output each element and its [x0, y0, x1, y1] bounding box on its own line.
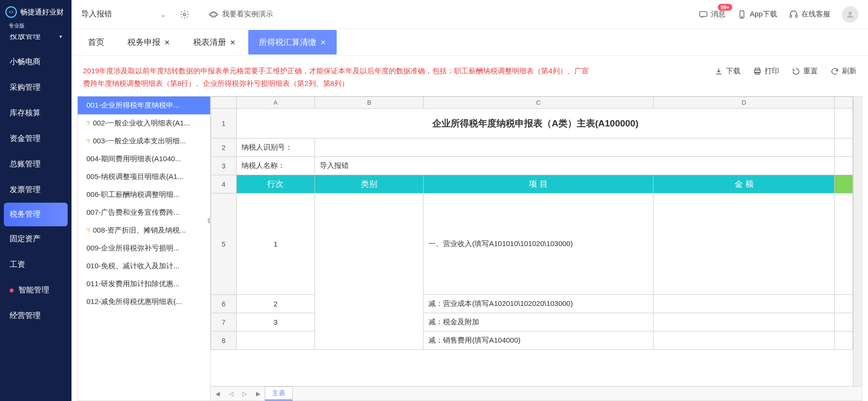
row-header[interactable]: 1	[211, 109, 237, 138]
brand-edition: 专业版	[0, 21, 71, 34]
download-button[interactable]: 下载	[714, 67, 740, 76]
close-icon[interactable]: ✕	[320, 39, 326, 46]
form-item-010[interactable]: 010-免税、减计收入及加计...	[78, 257, 210, 275]
sheet-tab-main[interactable]: 主表	[265, 387, 293, 401]
cell-rownum[interactable]	[236, 332, 315, 350]
cell-item[interactable]: 减：销售费用(填写A104000)	[424, 332, 654, 350]
messages-button[interactable]: 99+ 消息	[698, 10, 726, 19]
sheet-nav-first[interactable]: ◀	[211, 390, 224, 397]
brand-name: 畅捷通好业财	[20, 8, 64, 17]
row-header[interactable]: 7	[211, 313, 237, 332]
row-header[interactable]: 6	[211, 295, 237, 313]
cell-amount[interactable]	[654, 194, 835, 295]
form-item-003[interactable]: ?003-一般企业成本支出明细...	[78, 132, 210, 150]
close-icon[interactable]: ✕	[230, 39, 236, 46]
col-header-b[interactable]: B	[315, 97, 424, 109]
form-item-009[interactable]: 009-企业所得税弥补亏损明...	[78, 239, 210, 257]
nav-item-11[interactable]: 经营管理	[0, 303, 71, 329]
form-item-005[interactable]: 005-纳税调整项目明细表(A1...	[78, 168, 210, 186]
nav-item-1[interactable]: 小畅电商	[0, 49, 71, 75]
col-header-d[interactable]: D	[654, 97, 835, 109]
question-icon: ?	[86, 138, 90, 145]
cell-item[interactable]: 一、营业收入(填写A101010\101020\103000)	[424, 194, 654, 295]
nav-item-4[interactable]: 资金管理	[0, 126, 71, 152]
cell-category[interactable]	[315, 194, 424, 350]
reset-button[interactable]: 重置	[792, 67, 818, 76]
tab-tax-declare[interactable]: 税务申报✕	[117, 30, 181, 55]
print-button[interactable]: 打印	[753, 67, 779, 76]
nav-item-7[interactable]: 税务管理	[4, 203, 68, 226]
close-icon[interactable]: ✕	[164, 39, 170, 46]
sheet-title[interactable]: 企业所得税年度纳税申报表（A类）主表(A100000)	[236, 109, 835, 138]
cell-amount[interactable]	[654, 313, 835, 332]
svg-point-2	[184, 13, 186, 15]
cell-item[interactable]: 减：税金及附加	[424, 313, 654, 332]
taxpayer-name-label[interactable]: 纳税人名称：	[236, 157, 315, 175]
sheet-nav-prev[interactable]: ◁	[224, 390, 238, 397]
row-header[interactable]: 5	[211, 194, 237, 295]
sheet-corner[interactable]	[211, 97, 237, 109]
nav-item-9[interactable]: 工资	[0, 252, 71, 277]
topbar: 导入报错 ⌄ 我要看实例演示 99+ 消息 App下载 在线	[71, 0, 868, 29]
settings-button[interactable]	[180, 10, 189, 19]
col-item[interactable]: 项 目	[424, 175, 654, 194]
vertical-scrollbar[interactable]	[853, 97, 862, 386]
row-header[interactable]: 3	[211, 157, 237, 175]
notice-text: 2019年度涉及取以前年度结转数据的申报表单元格需要手工维护正确，才能保证本年及…	[83, 65, 590, 89]
cell-item[interactable]: 减：营业成本(填写A102010\102020\103000)	[424, 295, 654, 313]
row-header[interactable]: 8	[211, 332, 237, 350]
form-item-006[interactable]: 006-职工薪酬纳税调整明细...	[78, 186, 210, 204]
form-item-008[interactable]: ?008-资产折旧、摊销及纳税...	[78, 221, 210, 239]
cell-rownum[interactable]: 3	[236, 313, 315, 332]
col-rownum[interactable]: 行次	[236, 175, 315, 194]
app-download-button[interactable]: App下载	[737, 10, 777, 19]
tab-home[interactable]: 首页	[77, 30, 115, 55]
question-icon: ?	[86, 120, 90, 127]
org-dropdown[interactable]: 导入报错 ⌄	[81, 9, 166, 19]
demo-link[interactable]: 我要看实例演示	[209, 10, 273, 19]
collapse-handle[interactable]: ⟪	[207, 217, 211, 224]
form-item-001[interactable]: 001-企业所得税年度纳税申...	[78, 97, 210, 114]
col-header-a[interactable]: A	[236, 97, 315, 109]
taxpayer-id-value[interactable]	[315, 138, 835, 157]
refresh-button[interactable]: 刷新	[830, 67, 856, 76]
svg-point-1	[10, 11, 12, 13]
nav-item-2[interactable]: 采购管理	[0, 75, 71, 100]
cell-amount[interactable]	[654, 295, 835, 313]
form-item-004[interactable]: 004-期间费用明细表(A1040...	[78, 150, 210, 168]
form-item-011[interactable]: 011-研发费用加计扣除优惠...	[78, 275, 210, 293]
col-header-extra[interactable]	[835, 97, 853, 109]
nav-item-0[interactable]: 投放管理▾	[0, 34, 71, 49]
col-header-c[interactable]: C	[424, 97, 654, 109]
cell-amount[interactable]	[654, 332, 835, 350]
support-button[interactable]: 在线客服	[789, 10, 830, 19]
sheet-nav-next[interactable]: ▷	[238, 390, 251, 397]
nav-item-6[interactable]: 发票管理	[0, 177, 71, 203]
avatar[interactable]	[842, 6, 858, 23]
cell-rownum[interactable]: 1	[236, 194, 315, 295]
nav-item-8[interactable]: 固定资产	[0, 226, 71, 252]
form-item-007[interactable]: 007-广告费和业务宣传费跨...	[78, 204, 210, 221]
taxpayer-name-value[interactable]: 导入报错	[315, 157, 835, 175]
form-item-002[interactable]: ?002-一般企业收入明细表(A1...	[78, 114, 210, 132]
nav-item-10[interactable]: 智能管理	[0, 277, 71, 303]
cell-rownum[interactable]: 2	[236, 295, 315, 313]
sheet-footer: ◀ ◁ ▷ ▶ 主表	[211, 386, 862, 401]
tab-tax-register[interactable]: 税表清册✕	[183, 30, 246, 55]
taxpayer-id-label[interactable]: 纳税人识别号：	[236, 138, 315, 157]
row-header[interactable]: 4	[211, 175, 237, 194]
svg-point-7	[741, 16, 742, 17]
form-item-012[interactable]: 012-减免所得税优惠明细表(...	[78, 293, 210, 311]
svg-point-3	[211, 12, 216, 17]
user-icon	[845, 10, 855, 19]
refresh-icon	[830, 67, 839, 76]
sheet-nav-last[interactable]: ▶	[251, 390, 265, 397]
row-header[interactable]: 2	[211, 138, 237, 157]
nav-item-5[interactable]: 总账管理	[0, 152, 71, 177]
col-amount[interactable]: 金 额	[654, 175, 835, 194]
gear-icon	[180, 10, 189, 19]
sheet-scroll[interactable]: A B C D 1 企业所得税年度纳税申报表（A类）主表(A100000)	[211, 97, 853, 386]
tab-income-tax[interactable]: 所得税汇算清缴✕	[248, 30, 337, 55]
col-category[interactable]: 类别	[315, 175, 424, 194]
nav-item-3[interactable]: 库存核算	[0, 100, 71, 126]
